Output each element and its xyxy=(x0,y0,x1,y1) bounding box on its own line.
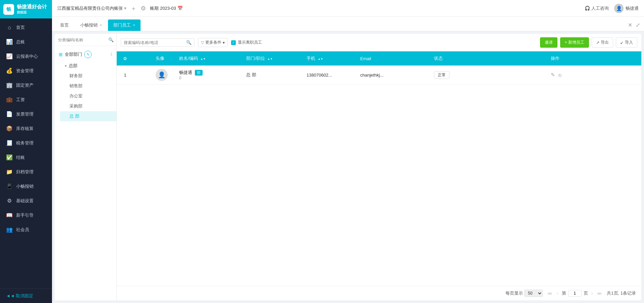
help-button[interactable]: 🎧 人工咨询 xyxy=(585,5,609,11)
col-avatar: 头像 xyxy=(150,51,174,66)
collapse-icon[interactable]: 《 xyxy=(108,52,112,57)
employee-dept: 总 部 xyxy=(246,72,256,77)
tab-dept-employee[interactable]: 部门员工 × xyxy=(108,19,141,31)
sidebar-item-inventory[interactable]: 📦 库存核算 xyxy=(0,121,52,136)
add-employee-button[interactable]: + 新增员工 xyxy=(560,37,589,48)
tab-expense-label: 小畅报销 xyxy=(80,22,98,28)
col-dept-position[interactable]: 部门/职位 ▲▼ xyxy=(241,51,301,66)
dept-sales-label: 销售部 xyxy=(69,83,83,88)
dept-purchase[interactable]: 采购部 xyxy=(60,101,116,111)
row-actions-cell: ✎ ⎋ xyxy=(545,66,641,85)
sidebar-item-label: 归档管理 xyxy=(16,169,34,175)
sidebar-item-assets[interactable]: 🏢 固定资产 xyxy=(0,78,52,92)
per-page-select[interactable]: 50 100 200 xyxy=(524,290,543,297)
col-settings-icon: ⚙ xyxy=(123,56,127,61)
next-page-button[interactable]: › xyxy=(590,290,594,297)
all-dept-item[interactable]: ⊞ 全部部门 ✎ 《 xyxy=(55,48,116,61)
sidebar-item-close[interactable]: ✅ 结账 xyxy=(0,150,52,165)
show-resigned-toggle[interactable]: 显示离职员工 xyxy=(231,40,262,45)
sidebar-item-archive[interactable]: 📁 归档管理 xyxy=(0,165,52,179)
sidebar: 畅 畅捷通好会计 旗舰版 ⌂ 首页 📊 总账 📈 云报表中心 💰 资金管理 🏢 … xyxy=(0,0,52,303)
page-number-input[interactable] xyxy=(568,290,582,297)
archive-icon: 📁 xyxy=(6,169,13,175)
add-company-button[interactable]: ＋ xyxy=(130,4,137,12)
dept-group: ▼ 总部 财务部 销售部 办公室 采购部 xyxy=(55,61,116,121)
import-icon: ↙ xyxy=(620,40,624,45)
search-icon[interactable]: 🔍 xyxy=(186,40,192,45)
assets-icon: 🏢 xyxy=(6,82,13,88)
tab-expense-close[interactable]: × xyxy=(100,23,102,28)
show-resigned-checkbox[interactable] xyxy=(231,40,236,45)
sidebar-item-tax[interactable]: 🧾 税务管理 xyxy=(0,136,52,150)
sidebar-item-label: 发票管理 xyxy=(16,111,34,117)
topbar-right: 🎧 人工咨询 👤 畅捷通 xyxy=(585,4,639,13)
company-selector[interactable]: 江西服宝精品有限责任公司内账张 ▾ xyxy=(57,5,126,11)
dept-sales[interactable]: 销售部 xyxy=(60,81,116,91)
tab-home[interactable]: 首页 xyxy=(55,19,74,31)
salary-icon: 💼 xyxy=(6,96,13,103)
table-row: 1 👤 畅捷通 部 0 xyxy=(117,66,641,85)
sidebar-item-ledger[interactable]: 📊 总账 xyxy=(0,35,52,49)
period-value: 2023-03 xyxy=(160,6,176,11)
first-page-button[interactable]: ⏮ xyxy=(546,290,553,297)
dept-general[interactable]: 总 部 xyxy=(60,111,116,121)
right-panel: 🔍 ▽ 更多条件 ▾ 显示离职员工 邀请 + 新增员工 ↗ 导出 xyxy=(117,34,641,300)
members-icon: 👥 xyxy=(6,226,13,233)
sidebar-item-fund[interactable]: 💰 资金管理 xyxy=(0,63,52,78)
dept-search-input[interactable] xyxy=(58,38,108,42)
dept-search-icon[interactable]: 🔍 xyxy=(108,37,114,42)
close-accounts-icon: ✅ xyxy=(6,154,13,161)
tab-window-controls: ✕ ⤢ xyxy=(624,19,644,31)
period-selector[interactable]: 账期 2023-03 📅 xyxy=(150,5,183,11)
sidebar-item-members[interactable]: 👥 社会员 xyxy=(0,222,52,237)
sidebar-item-salary[interactable]: 💼 工资 xyxy=(0,92,52,107)
sidebar-item-settings[interactable]: ⚙ 基础设置 xyxy=(0,193,52,208)
unpin-sidebar-button[interactable]: ◄◄ 取消固定 xyxy=(0,289,52,303)
col-phone[interactable]: 手机 ▲▼ xyxy=(301,51,355,66)
app-sub: 旗舰版 xyxy=(17,10,47,15)
col-settings[interactable]: ⚙ xyxy=(117,51,133,66)
guide-icon: 📖 xyxy=(6,212,13,218)
sort-phone-icon: ▲▼ xyxy=(318,58,323,60)
expand-icon[interactable]: ⤢ xyxy=(636,22,640,28)
sidebar-item-invoice[interactable]: 📄 发票管理 xyxy=(0,107,52,121)
topbar: 江西服宝精品有限责任公司内账张 ▾ ＋ ⚙ 账期 2023-03 📅 🎧 人工咨… xyxy=(52,0,644,17)
edit-dept-button[interactable]: ✎ xyxy=(84,51,92,58)
more-filter-button[interactable]: ▽ 更多条件 ▾ xyxy=(198,38,228,47)
dept-finance[interactable]: 财务部 xyxy=(60,71,116,81)
export-label: 导出 xyxy=(601,40,609,45)
expand-triangle-icon: ▼ xyxy=(64,64,67,68)
import-button[interactable]: ↙ 导入 xyxy=(616,37,637,48)
dept-office-label: 办公室 xyxy=(69,93,83,98)
home-icon: ⌂ xyxy=(6,25,13,31)
sidebar-item-guide[interactable]: 📖 新手引导 xyxy=(0,208,52,222)
logout-icon[interactable]: ⎋ xyxy=(558,72,561,78)
dept-tree: ⊞ 全部部门 ✎ 《 ▼ 总部 财务部 销售部 xyxy=(55,46,116,300)
company-settings-button[interactable]: ⚙ xyxy=(141,5,146,12)
row-name-cell: 畅捷通 部 0 xyxy=(174,66,241,85)
action-icons: ✎ ⎋ xyxy=(551,72,636,78)
close-tab-icon[interactable]: ✕ xyxy=(628,22,632,28)
sidebar-item-expense[interactable]: 📱 小畅报销 xyxy=(0,179,52,193)
calendar-icon: 📅 xyxy=(177,6,183,11)
sidebar-item-label: 基础设置 xyxy=(16,198,34,204)
employee-phone: 138070602... xyxy=(307,73,332,78)
export-button[interactable]: ↗ 导出 xyxy=(592,37,613,48)
col-name-code[interactable]: 姓名/编码 ▲▼ xyxy=(174,51,241,66)
user-menu[interactable]: 👤 畅捷通 xyxy=(614,4,639,13)
sidebar-item-reports[interactable]: 📈 云报表中心 xyxy=(0,49,52,63)
edit-icon[interactable]: ✎ xyxy=(551,72,555,78)
dept-office[interactable]: 办公室 xyxy=(60,91,116,101)
tab-dept-close[interactable]: × xyxy=(133,23,135,28)
sidebar-item-home[interactable]: ⌂ 首页 xyxy=(0,20,52,35)
invite-button[interactable]: 邀请 xyxy=(540,37,557,48)
col-email: Email xyxy=(355,51,429,66)
employee-search-input[interactable] xyxy=(124,40,184,45)
last-page-button[interactable]: ⏭ xyxy=(596,290,603,297)
prev-page-button[interactable]: ‹ xyxy=(555,290,560,297)
dept-grid-icon: ⊞ xyxy=(59,52,63,57)
sidebar-item-label: 库存核算 xyxy=(16,126,34,132)
tab-expense[interactable]: 小畅报销 × xyxy=(75,19,107,31)
dept-parent-root[interactable]: ▼ 总部 xyxy=(60,61,116,71)
company-name: 江西服宝精品有限责任公司内账张 xyxy=(57,5,123,11)
